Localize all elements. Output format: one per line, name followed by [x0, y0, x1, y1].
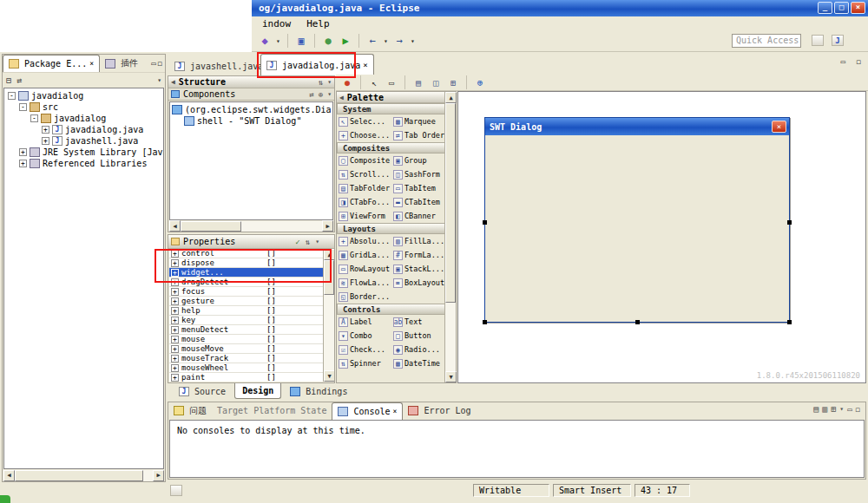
scrollbar-thumb[interactable]: [181, 221, 241, 232]
property-row[interactable]: +control[]: [169, 249, 323, 258]
palette-item-datetime[interactable]: ▦DateTime: [391, 356, 446, 370]
scrollbar-track[interactable]: [241, 221, 322, 232]
minimize-view-icon[interactable]: ▭: [151, 59, 155, 68]
palette-item-spinner[interactable]: ⇅Spinner: [337, 356, 391, 370]
property-row[interactable]: +focus[]: [169, 287, 323, 297]
palette-section-system[interactable]: System: [337, 103, 446, 114]
property-row[interactable]: +mouseMove[]: [169, 344, 323, 354]
perspective-icon[interactable]: [812, 35, 824, 46]
tree-item-src[interactable]: - src: [4, 101, 163, 113]
property-row[interactable]: +help[]: [169, 306, 323, 316]
maximize-button[interactable]: □: [834, 2, 849, 14]
property-row[interactable]: +dragDetect[]: [169, 278, 323, 287]
palette-item-button[interactable]: □Button: [391, 329, 446, 343]
align-center-icon[interactable]: ◫: [428, 75, 444, 90]
menu-icon[interactable]: ▾: [315, 238, 319, 246]
tab-target-platform-state[interactable]: Target Platform State: [212, 402, 332, 420]
link-editor-icon[interactable]: ⇄: [16, 75, 22, 85]
tab-javadialog[interactable]: J javadialog.java ×: [260, 54, 374, 75]
tree-item-jre-library[interactable]: + JRE System Library [JavaSE-1.: [4, 147, 163, 158]
tree-item-project[interactable]: - javadialog: [4, 90, 163, 101]
collapse-icon[interactable]: -: [19, 103, 27, 111]
debug-icon[interactable]: ●: [320, 33, 336, 49]
palette-item-radio[interactable]: ◉Radio...: [391, 343, 446, 356]
minimize-editor-icon[interactable]: ▭: [841, 57, 845, 66]
save-icon[interactable]: ▣: [293, 33, 309, 49]
collapse-panel-icon[interactable]: ◀: [171, 78, 175, 86]
expand-icon[interactable]: +: [171, 336, 179, 343]
resize-handle[interactable]: [483, 320, 487, 324]
menu-help[interactable]: Help: [306, 18, 330, 29]
open-console-icon[interactable]: ▤: [813, 404, 819, 414]
palette-item-tabitem[interactable]: ▭TabItem: [391, 181, 446, 195]
tree-item-javashell-java[interactable]: + J javashell.java: [4, 135, 163, 147]
expand-icon[interactable]: +: [171, 278, 179, 286]
scroll-left-icon[interactable]: ◀: [3, 470, 15, 481]
palette-item-combo[interactable]: ▾Combo: [337, 329, 391, 343]
expand-icon[interactable]: +: [42, 126, 49, 134]
marquee-tool-icon[interactable]: ▭: [384, 75, 399, 90]
expand-icon[interactable]: +: [171, 250, 179, 258]
expand-icon[interactable]: +: [42, 137, 49, 145]
expand-icon[interactable]: +: [171, 269, 179, 277]
goto-source-icon[interactable]: ✓: [295, 238, 299, 246]
palette-item-flowlayout[interactable]: ≋FlowLa...: [337, 276, 391, 290]
property-row[interactable]: +gesture[]: [169, 297, 323, 306]
pin-console-icon[interactable]: ▥: [822, 404, 827, 414]
tab-design[interactable]: Design: [234, 383, 281, 399]
sync-icon[interactable]: ⇄: [309, 90, 313, 99]
minimize-button[interactable]: _: [818, 2, 832, 14]
close-icon[interactable]: ×: [393, 408, 398, 415]
window-titlebar[interactable]: og/javadialog.java - Eclipse _ □ ×: [252, 0, 868, 16]
forward-dropdown-icon[interactable]: ▾: [409, 37, 417, 45]
test-dialog-icon[interactable]: ●: [339, 75, 355, 90]
new-wizard-dropdown-icon[interactable]: ▾: [274, 37, 282, 45]
expand-icon[interactable]: +: [171, 317, 179, 324]
property-row[interactable]: +dispose[]: [169, 258, 323, 268]
palette-item-text[interactable]: abText: [391, 315, 446, 329]
scroll-up-icon[interactable]: ▲: [445, 92, 457, 103]
property-row[interactable]: +mouse[]: [169, 335, 323, 344]
palette-item-absolute[interactable]: +Absolu...: [337, 234, 391, 248]
expand-icon[interactable]: +: [171, 374, 179, 382]
tree-item-dialog-class[interactable]: (org.eclipse.swt.widgets.Dialog...: [172, 104, 331, 115]
scroll-right-icon[interactable]: ▶: [322, 220, 333, 232]
properties-vscrollbar[interactable]: ▲ ▼: [323, 249, 334, 382]
new-wizard-icon[interactable]: ◆: [257, 33, 273, 49]
view-menu-icon[interactable]: ▾: [157, 76, 165, 84]
tree-item-javadialog-java[interactable]: + J javadialog.java: [4, 124, 163, 135]
scroll-up-icon[interactable]: ▲: [324, 249, 335, 260]
palette-item-ctabitem[interactable]: ▬CTabItem: [391, 195, 446, 209]
property-row[interactable]: +menuDetect[]: [169, 325, 323, 335]
property-row[interactable]: +mouseTrack[]: [169, 354, 323, 363]
scroll-down-icon[interactable]: ▼: [445, 371, 457, 382]
collapse-icon[interactable]: -: [30, 114, 38, 122]
palette-section-controls[interactable]: Controls: [337, 304, 446, 315]
back-dropdown-icon[interactable]: ▾: [382, 37, 390, 45]
resize-handle[interactable]: [787, 220, 792, 225]
close-button[interactable]: ×: [851, 2, 865, 14]
expand-icon[interactable]: +: [171, 288, 179, 296]
java-perspective-icon[interactable]: J: [832, 35, 844, 46]
locale-globe-icon[interactable]: ⊕: [472, 75, 488, 90]
collapse-panel-icon[interactable]: ◀: [339, 94, 344, 101]
menu-window[interactable]: indow: [262, 18, 291, 29]
palette-item-stacklayout[interactable]: ▣StackL...: [391, 262, 446, 276]
design-canvas[interactable]: SWT Dialog × 1.8.0.r45x201506110820: [457, 91, 866, 383]
status-icon[interactable]: [170, 485, 182, 496]
palette-item-tabfolder[interactable]: ▤TabFolder: [337, 181, 391, 195]
forward-icon[interactable]: →: [391, 33, 407, 49]
expand-all-icon[interactable]: ⊕: [319, 90, 323, 99]
align-left-icon[interactable]: ▤: [411, 75, 426, 90]
palette-item-sashform[interactable]: ◫SashForm: [391, 167, 446, 181]
resize-handle[interactable]: [483, 220, 487, 225]
palette-header[interactable]: ◀ Palette: [337, 92, 446, 103]
collapse-all-icon[interactable]: ⊟: [6, 75, 11, 85]
palette-item-cbanner[interactable]: ◧CBanner: [391, 209, 446, 223]
resize-handle[interactable]: [787, 320, 792, 324]
tree-item-shell[interactable]: shell - "SWT Dialog": [172, 115, 331, 127]
new-console-icon[interactable]: ⊞: [831, 404, 836, 414]
tree-item-referenced-libraries[interactable]: + Referenced Libraries: [4, 158, 163, 169]
palette-item-group[interactable]: ▣Group: [391, 154, 446, 167]
distribute-icon[interactable]: ⊞: [445, 75, 461, 90]
